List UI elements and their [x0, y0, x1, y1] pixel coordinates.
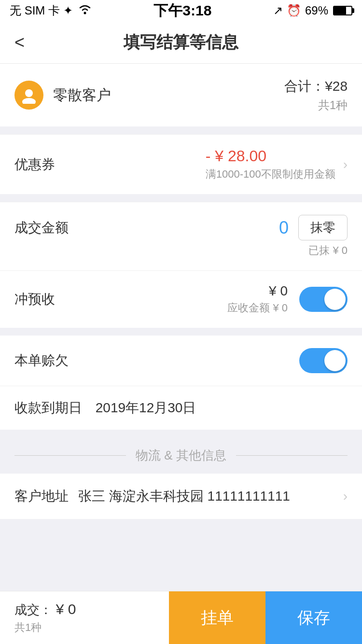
- save-button[interactable]: 保存: [265, 591, 362, 644]
- sim-status: 无 SIM 卡 ✦: [10, 3, 73, 18]
- round-button[interactable]: 抹零: [298, 215, 348, 240]
- coupon-row[interactable]: 优惠券 - ¥ 28.00 满1000-100不限制使用金额 ›: [0, 134, 362, 194]
- logistics-header: 物流 & 其他信息: [0, 437, 362, 474]
- deal-amount-sub: 已抹 ¥ 0: [14, 243, 348, 258]
- deal-amount-label: 成交金额: [14, 219, 69, 237]
- coupon-discount: - ¥ 28.00: [206, 147, 335, 165]
- debt-toggle-knob: [324, 350, 346, 371]
- status-bar: 无 SIM 卡 ✦ 下午3:18 ↗ ⏰ 69%: [0, 0, 362, 21]
- debt-toggle[interactable]: [299, 348, 348, 373]
- toggle-knob: [324, 289, 346, 310]
- address-label: 客户地址: [14, 487, 69, 505]
- battery-icon: [333, 6, 352, 15]
- status-right: ↗ ⏰ 69%: [273, 4, 352, 17]
- page-title: 填写结算等信息: [124, 31, 238, 54]
- wifi-icon: [78, 4, 92, 17]
- prepay-right: ¥ 0 应收金额 ¥ 0: [227, 283, 348, 315]
- nav-bar: < 填写结算等信息: [0, 21, 362, 64]
- logistics-line-left: [14, 455, 126, 456]
- customer-summary: 合计：¥28 共1种: [284, 77, 348, 113]
- location-icon: ↗: [273, 4, 283, 17]
- prepay-values: ¥ 0 应收金额 ¥ 0: [227, 283, 288, 315]
- address-row[interactable]: 客户地址 张三 海淀永丰科技园 11111111111 ›: [0, 474, 362, 519]
- coupon-section[interactable]: 优惠券 - ¥ 28.00 满1000-100不限制使用金额 ›: [0, 134, 362, 194]
- customer-name: 零散客户: [53, 85, 111, 105]
- customer-section: 零散客户 合计：¥28 共1种: [0, 64, 362, 126]
- prepay-sub: 应收金额 ¥ 0: [227, 301, 288, 315]
- svg-point-1: [25, 89, 33, 97]
- address-chevron-icon: ›: [343, 489, 348, 504]
- time-display: 下午3:18: [153, 1, 211, 21]
- bottom-deal-line: 成交： ¥ 0: [14, 601, 154, 618]
- bottom-count: 共1种: [14, 620, 154, 635]
- due-date-row: 收款到期日 2019年12月30日: [0, 386, 362, 430]
- alarm-icon: ⏰: [287, 4, 301, 17]
- chevron-icon: ›: [343, 157, 348, 172]
- coupon-label: 优惠券: [14, 155, 55, 174]
- logistics-line-right: [236, 455, 348, 456]
- address-section[interactable]: 客户地址 张三 海淀永丰科技园 11111111111 ›: [0, 474, 362, 519]
- customer-info: 零散客户: [14, 81, 111, 110]
- logistics-title-wrap: 物流 & 其他信息: [14, 447, 348, 464]
- customer-total: 合计：¥28: [284, 77, 348, 96]
- address-value: 张三 海淀永丰科技园 11111111111: [78, 487, 343, 505]
- deal-section: 成交金额 0 抹零 已抹 ¥ 0 冲预收 ¥ 0 应收金额 ¥ 0: [0, 202, 362, 328]
- debt-section: 本单赊欠 收款到期日 2019年12月30日: [0, 336, 362, 430]
- status-left: 无 SIM 卡 ✦: [10, 3, 92, 18]
- customer-row: 零散客户 合计：¥28 共1种: [0, 64, 362, 126]
- bottom-deal-value: ¥ 0: [56, 601, 76, 617]
- customer-count: 共1种: [284, 98, 348, 113]
- logistics-title: 物流 & 其他信息: [136, 447, 226, 464]
- due-date-label: 收款到期日: [14, 400, 82, 415]
- svg-point-0: [84, 12, 86, 14]
- back-button[interactable]: <: [14, 32, 25, 53]
- battery-percent: 69%: [305, 4, 328, 17]
- svg-point-2: [22, 98, 36, 104]
- debt-row: 本单赊欠: [0, 336, 362, 386]
- avatar: [14, 81, 43, 110]
- bottom-deal-label: 成交：: [14, 602, 52, 617]
- debt-label: 本单赊欠: [14, 351, 69, 370]
- content-area: 零散客户 合计：¥28 共1种 优惠券 - ¥ 28.00 满1000-100不…: [0, 64, 362, 638]
- bottom-bar: 成交： ¥ 0 共1种 挂单 保存: [0, 591, 362, 644]
- deal-amount-value[interactable]: 0: [279, 218, 289, 238]
- bottom-left: 成交： ¥ 0 共1种: [0, 601, 169, 635]
- coupon-right: - ¥ 28.00 满1000-100不限制使用金额 ›: [206, 147, 348, 182]
- due-date-value: 2019年12月30日: [96, 400, 196, 415]
- prepay-toggle[interactable]: [299, 287, 348, 312]
- deal-amount-top: 成交金额 0 抹零: [14, 215, 348, 240]
- prepay-label: 冲预收: [14, 290, 55, 308]
- hang-button[interactable]: 挂单: [169, 591, 265, 644]
- deal-amount-row: 成交金额 0 抹零 已抹 ¥ 0: [0, 202, 362, 270]
- coupon-sub: 满1000-100不限制使用金额: [206, 167, 335, 182]
- prepay-row: 冲预收 ¥ 0 应收金额 ¥ 0: [0, 270, 362, 328]
- prepay-amount: ¥ 0: [227, 283, 288, 299]
